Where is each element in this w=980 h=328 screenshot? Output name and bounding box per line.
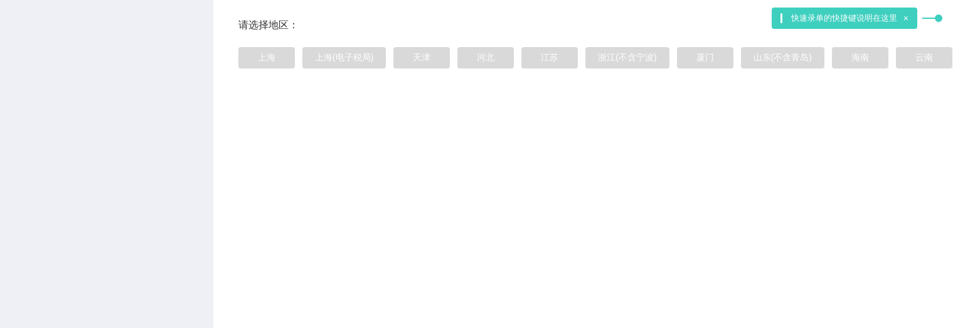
btn-jiangsu[interactable]: 江苏	[521, 47, 578, 68]
region-buttons-container: 上海上海(电子税局)天津河北江苏浙江(不含宁波)厦门山东(不含青岛)海南云南	[238, 47, 955, 68]
btn-shanghai-etax[interactable]: 上海(电子税局)	[302, 47, 386, 68]
tooltip-close-button[interactable]: ×	[903, 14, 908, 23]
btn-yunnan[interactable]: 云南	[896, 47, 952, 68]
tooltip-text: 快速录单的快捷键说明在这里	[791, 13, 897, 24]
tooltip-bubble: 快速录单的快捷键说明在这里 ×	[772, 8, 917, 29]
tooltip-container: 快速录单的快捷键说明在这里 ×	[772, 8, 942, 29]
btn-tianjin[interactable]: 天津	[393, 47, 450, 68]
btn-hebei[interactable]: 河北	[457, 47, 514, 68]
main-content: 请选择地区： 上海上海(电子税局)天津河北江苏浙江(不含宁波)厦门山东(不含青岛…	[213, 0, 980, 328]
tooltip-line	[922, 18, 935, 19]
btn-zhejiang[interactable]: 浙江(不含宁波)	[585, 47, 669, 68]
btn-shanghai[interactable]: 上海	[238, 47, 295, 68]
btn-hainan[interactable]: 海南	[832, 47, 888, 68]
btn-xiamen[interactable]: 厦门	[677, 47, 733, 68]
left-sidebar	[0, 0, 213, 328]
tooltip-dot	[935, 14, 942, 22]
tooltip-connector	[922, 14, 942, 22]
btn-shandong[interactable]: 山东(不含青岛)	[741, 47, 824, 68]
